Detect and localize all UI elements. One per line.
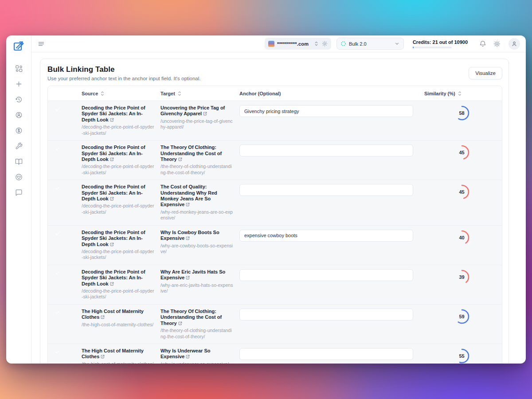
content-area: Bulk Linking Table Use your preferred an…	[31, 52, 526, 364]
similarity-value: 39	[454, 269, 470, 285]
target-title: Why Are Eric Javits Hats So Expensive	[160, 269, 225, 280]
external-link-icon[interactable]	[186, 236, 190, 240]
source-column-header: Source	[82, 91, 98, 96]
external-link-icon[interactable]	[110, 118, 114, 122]
source-url: /decoding-the-price-point-of-spyder-ski-…	[82, 124, 154, 136]
gear-icon[interactable]	[322, 41, 328, 47]
site-favicon	[268, 41, 274, 47]
table-header-row: Source Target Anchor (Optional) Similari…	[48, 86, 502, 101]
sidebar-item-favorites[interactable]	[15, 173, 23, 181]
source-title: The High Cost of Maternity Clothes	[82, 309, 144, 320]
sidebar-item-billing[interactable]	[15, 126, 23, 134]
table-row: Decoding the Price Point of Spyder Ski J…	[48, 101, 502, 141]
sidebar-item-apps[interactable]	[15, 64, 23, 72]
similarity-value: 45	[454, 184, 470, 200]
external-link-icon[interactable]	[110, 282, 114, 286]
target-title: The Theory Of Clothing: Understanding th…	[160, 145, 222, 162]
anchor-input[interactable]	[239, 145, 413, 156]
source-url: /decoding-the-price-point-of-spyder-ski-…	[82, 288, 154, 300]
external-link-icon[interactable]	[178, 321, 182, 325]
target-title: Uncovering the Price Tag of Givenchy App…	[160, 105, 225, 116]
external-link-icon[interactable]	[101, 315, 105, 319]
table-row: The High Cost of Maternity Clothes /the-…	[48, 305, 502, 344]
table-row: The High Cost of Maternity Clothes /the-…	[48, 344, 502, 364]
sidebar-item-account[interactable]	[15, 111, 23, 119]
source-url: /the-high-cost-of-maternity-clothes/	[82, 361, 154, 364]
source-url: /the-high-cost-of-maternity-clothes/	[82, 322, 154, 328]
external-link-icon[interactable]	[110, 243, 114, 246]
sidebar-item-history[interactable]	[15, 95, 23, 103]
target-url: /the-theory-of-clothing-understanding-th…	[160, 164, 233, 176]
similarity-score: 45	[454, 184, 470, 200]
bulk-linking-card: Bulk Linking Table Use your preferred an…	[40, 59, 509, 364]
target-title: Why Is Underwear So Expensive	[160, 348, 210, 359]
mode-selector[interactable]: Bulk 2.0	[336, 38, 404, 50]
source-url: /decoding-the-price-point-of-spyder-ski-…	[82, 164, 154, 176]
external-link-icon[interactable]	[101, 355, 105, 359]
anchor-input[interactable]	[239, 269, 413, 281]
anchor-input[interactable]	[239, 348, 413, 360]
page-title: Bulk Linking Table	[47, 65, 200, 74]
brightness-icon[interactable]	[493, 40, 501, 47]
sidebar-nav	[15, 64, 23, 196]
anchor-column-header: Anchor (Optional)	[239, 91, 281, 96]
app-logo-icon[interactable]	[12, 39, 25, 52]
similarity-score: 55	[454, 348, 470, 364]
table-row: Decoding the Price Point of Spyder Ski J…	[48, 180, 502, 226]
table-row: Decoding the Price Point of Spyder Ski J…	[48, 226, 502, 265]
sidebar-item-add[interactable]	[15, 80, 23, 88]
similarity-value: 55	[454, 348, 470, 364]
target-title: The Theory Of Clothing: Understanding th…	[160, 309, 222, 326]
source-url: /decoding-the-price-point-of-spyder-ski-…	[82, 249, 154, 261]
anchor-input[interactable]	[239, 230, 413, 242]
sort-icon[interactable]	[177, 91, 182, 96]
anchor-input[interactable]	[239, 309, 413, 321]
chevron-updown-icon[interactable]	[313, 41, 319, 47]
similarity-score: 40	[454, 230, 470, 246]
external-link-icon[interactable]	[203, 112, 207, 116]
sidebar-item-tools[interactable]	[15, 142, 23, 150]
domain-selector[interactable]: **********.com	[265, 38, 331, 50]
sort-icon[interactable]	[458, 91, 462, 96]
sidebar-item-feedback[interactable]	[15, 188, 23, 196]
user-avatar[interactable]	[509, 38, 520, 50]
source-title: The High Cost of Maternity Clothes	[82, 348, 144, 359]
target-url: /the-theory-of-clothing-understanding-th…	[160, 328, 233, 340]
target-url: /why-is-underwear-so-expensive/	[160, 361, 233, 364]
external-link-icon[interactable]	[110, 197, 114, 201]
target-url: /why-are-cowboy-boots-so-expensive/	[160, 243, 233, 255]
table-row: Decoding the Price Point of Spyder Ski J…	[48, 265, 502, 305]
credits-indicator: Credits: 21 out of 10900	[413, 39, 468, 48]
similarity-value: 58	[454, 105, 470, 121]
app-window: **********.com Bulk 2.0 Credits: 21 out …	[6, 35, 526, 364]
anchor-input[interactable]	[239, 105, 413, 117]
table-row: Decoding the Price Point of Spyder Ski J…	[48, 141, 502, 180]
sort-icon[interactable]	[100, 91, 105, 96]
menu-icon[interactable]	[38, 40, 45, 47]
table-body: Decoding the Price Point of Spyder Ski J…	[48, 101, 502, 364]
page-subtitle: Use your preferred anchor text in the an…	[47, 76, 200, 81]
external-link-icon[interactable]	[186, 276, 190, 280]
target-url: /why-are-eric-javits-hats-so-expensive/	[160, 282, 233, 294]
external-link-icon[interactable]	[110, 157, 114, 161]
similarity-score: 58	[454, 105, 470, 121]
chevron-down-icon	[394, 41, 400, 47]
dotted-circle-icon	[340, 41, 346, 47]
visualize-button[interactable]: Visualize	[469, 67, 502, 79]
linking-table: Source Target Anchor (Optional) Similari…	[47, 86, 502, 364]
sidebar-item-docs[interactable]	[15, 157, 23, 165]
external-link-icon[interactable]	[186, 355, 190, 359]
domain-name: **********.com	[277, 41, 311, 47]
target-url: /why-red-monkey-jeans-are-so-expensive/	[160, 209, 233, 221]
external-link-icon[interactable]	[186, 203, 190, 207]
similarity-score: 45	[454, 145, 470, 160]
target-url: /uncovering-the-price-tag-of-givenchy-ap…	[160, 118, 233, 130]
external-link-icon[interactable]	[178, 157, 182, 161]
mode-label: Bulk 2.0	[349, 41, 391, 47]
anchor-input[interactable]	[239, 184, 413, 196]
credits-progress-bar	[413, 47, 452, 48]
source-url: /decoding-the-price-point-of-spyder-ski-…	[82, 203, 154, 215]
similarity-score: 59	[454, 309, 470, 325]
target-column-header: Target	[160, 91, 175, 96]
bell-icon[interactable]	[479, 40, 486, 47]
